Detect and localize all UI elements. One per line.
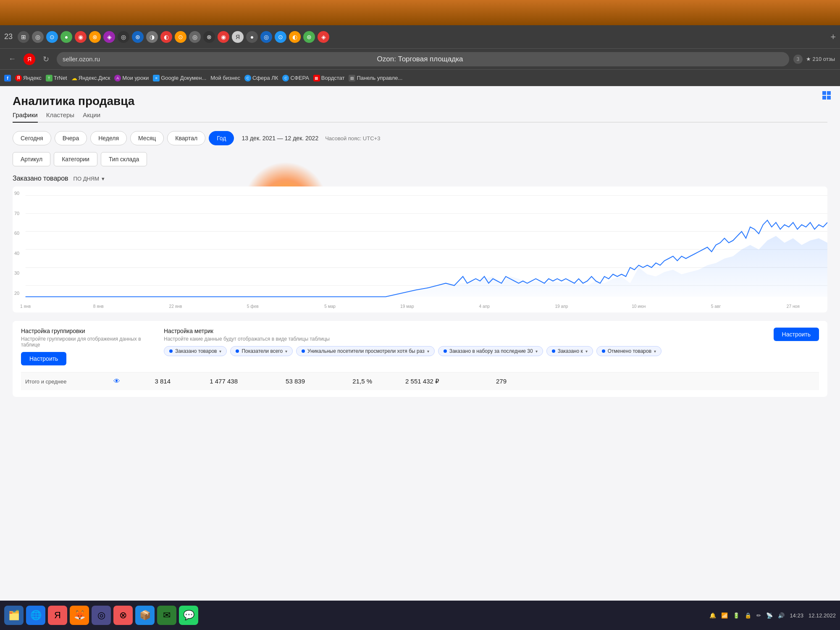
filter-quarter[interactable]: Квартал xyxy=(167,131,205,145)
bookmark-mylessons-label: Мои уроки xyxy=(122,75,149,81)
taskbar-app2[interactable]: ✉ xyxy=(157,606,176,625)
metric-chip-views[interactable]: Показатели всего ▾ xyxy=(230,346,293,356)
chip-arrow-3: ▾ xyxy=(427,349,429,354)
tab-icon-15[interactable]: ● xyxy=(246,31,258,43)
tab-icon-8[interactable]: ⊛ xyxy=(132,31,144,43)
tab-icon-13[interactable]: ⊗ xyxy=(203,31,215,43)
taskbar-yandex[interactable]: Я xyxy=(48,606,67,625)
taskbar-whatsapp[interactable]: 💬 xyxy=(179,606,198,625)
tab-clusters[interactable]: Кластеры xyxy=(46,111,75,122)
tab-icon-7[interactable]: ◎ xyxy=(118,31,129,43)
filter-categories[interactable]: Категории xyxy=(54,152,97,166)
taskbar-files[interactable]: 🗂️ xyxy=(4,606,24,625)
tab-icon-yandex[interactable]: Я xyxy=(232,31,244,43)
taskbar-firefox[interactable]: 🦊 xyxy=(70,606,89,625)
bookmark-sfera[interactable]: С СФЕРА xyxy=(282,75,309,81)
filter-year[interactable]: Год xyxy=(209,131,234,145)
period-chevron: ▾ xyxy=(102,176,105,182)
metrics-desc: Настройте какие данные будут отображатьс… xyxy=(164,336,765,342)
tab-icon-10[interactable]: ◐ xyxy=(160,31,172,43)
tab-icon-17[interactable]: ⊙ xyxy=(275,31,286,43)
reviews-text: ★ 210 отзы xyxy=(806,56,835,62)
y-label-30: 30 xyxy=(14,270,19,276)
filter-article[interactable]: Артикул xyxy=(13,152,50,166)
taskbar-security-icon: 🔒 xyxy=(745,612,751,619)
browser-wrapper: 23 ⊞ ◎ ⊙ ● ◉ ⊗ ◈ ◎ ⊛ ◑ ◐ ⊙ ◎ ⊗ ◉ Я ● ◎ ⊙… xyxy=(0,25,840,601)
tab-icon-18[interactable]: ◐ xyxy=(289,31,301,43)
summary-label: Итого и среднее xyxy=(25,378,109,385)
metric-chip-revenue[interactable]: Заказано к ▾ xyxy=(546,346,593,356)
bookmark-trnet-label: TrNet xyxy=(54,75,67,81)
refresh-button[interactable]: ↻ xyxy=(39,53,52,66)
grouping-title: Настройка группировки xyxy=(21,328,155,334)
tab-icon-16[interactable]: ◎ xyxy=(260,31,272,43)
tab-icon-2[interactable]: ⊙ xyxy=(46,31,58,43)
tab-icon-12[interactable]: ◎ xyxy=(189,31,201,43)
tab-icon-19[interactable]: ⊛ xyxy=(303,31,315,43)
bookmark-panel[interactable]: ▤ Панель управле... xyxy=(349,75,402,81)
taskbar-browser2[interactable]: ◎ xyxy=(92,606,111,625)
tab-icon-14[interactable]: ◉ xyxy=(218,31,229,43)
filter-today[interactable]: Сегодня xyxy=(13,131,51,145)
svg-text:5 мар: 5 мар xyxy=(324,304,336,309)
tab-icon-5[interactable]: ⊗ xyxy=(89,31,101,43)
metric-chip-ordered[interactable]: Заказано товаров ▾ xyxy=(164,346,227,356)
tab-icon-1[interactable]: ◎ xyxy=(32,31,44,43)
mylessons-icon: А xyxy=(114,75,121,81)
metrics-settings: Настройка метрик Настройте какие данные … xyxy=(164,328,765,356)
filter-week[interactable]: Неделя xyxy=(90,131,127,145)
tab-icon-3[interactable]: ● xyxy=(60,31,72,43)
taskbar-edit-icon: ✏ xyxy=(756,612,761,619)
camera-bar xyxy=(0,0,840,25)
bookmark-facebook[interactable]: f xyxy=(4,75,11,81)
metric-chip-cart[interactable]: Заказано в набору за последние 30 ▾ xyxy=(438,346,543,356)
tab-count: 23 xyxy=(4,32,13,41)
grouping-configure-btn[interactable]: Настроить xyxy=(21,352,66,365)
bookmark-trnet[interactable]: T TrNet xyxy=(46,75,67,81)
main-content: Аналитика продавца Графики Кластеры Акци… xyxy=(0,86,840,601)
layout-toggle-icon[interactable] xyxy=(822,90,832,102)
tab-icon-11[interactable]: ⊙ xyxy=(175,31,186,43)
tab-icon-9[interactable]: ◑ xyxy=(146,31,158,43)
grouping-settings: Настройка группировки Настройте группиро… xyxy=(21,328,155,365)
metric-chip-cancelled[interactable]: Отменено товаров ▾ xyxy=(596,346,662,356)
filter-warehouse-type[interactable]: Тип склада xyxy=(101,152,147,166)
taskbar-opera[interactable]: ⊗ xyxy=(113,606,133,625)
bookmark-spheralk[interactable]: С Сфера ЛК xyxy=(244,75,278,81)
chart-title: Заказано товаров xyxy=(13,175,68,182)
gdocs-icon: ≡ xyxy=(153,75,160,81)
svg-text:27 ноя: 27 ноя xyxy=(787,304,800,309)
bookmark-wordstat-label: Вордстат xyxy=(321,75,345,81)
bookmark-mybiz[interactable]: Мой бизнес xyxy=(210,75,240,81)
back-button[interactable]: ← xyxy=(5,53,19,65)
wordstat-icon: ▦ xyxy=(313,75,320,81)
y-axis: 90 70 60 40 30 20 xyxy=(13,186,21,300)
svg-text:10 июн: 10 июн xyxy=(632,304,646,309)
taskbar-chrome[interactable]: 🌐 xyxy=(26,606,45,625)
tab-icon-4[interactable]: ◉ xyxy=(75,31,87,43)
nav-tabs: Графики Кластеры Акции xyxy=(13,111,827,123)
tab-icon-6[interactable]: ◈ xyxy=(103,31,115,43)
tab-promotions[interactable]: Акции xyxy=(83,111,100,122)
bookmark-gdocs[interactable]: ≡ Google Докумен... xyxy=(153,75,206,81)
metric-chip-visitors[interactable]: Уникальные посетители просмотрели хотя б… xyxy=(296,346,435,356)
timezone-label: Часовой пояс: UTC+3 xyxy=(325,135,380,142)
tab-graphs[interactable]: Графики xyxy=(13,111,38,122)
chart-section: Заказано товаров ПО ДНЯМ ▾ 90 70 60 40 3… xyxy=(13,175,827,312)
summary-val-3: 53 839 xyxy=(263,378,305,385)
chart-period-selector[interactable]: ПО ДНЯМ ▾ xyxy=(74,176,105,182)
yandex-bookmark-icon: Я xyxy=(15,75,22,81)
tab-new-icon[interactable]: ⊞ xyxy=(18,31,29,43)
filter-yesterday[interactable]: Вчера xyxy=(55,131,87,145)
metrics-configure-btn[interactable]: Настроить xyxy=(774,328,819,341)
new-tab-plus[interactable]: + xyxy=(830,32,836,42)
filter-month[interactable]: Месяц xyxy=(130,131,164,145)
bookmark-yadisk[interactable]: ☁ Яндекс.Диск xyxy=(71,75,110,81)
bookmark-mylessons[interactable]: А Мои уроки xyxy=(114,75,149,81)
bookmark-wordstat[interactable]: ▦ Вордстат xyxy=(313,75,345,81)
facebook-icon: f xyxy=(4,75,11,81)
taskbar-app1[interactable]: 📦 xyxy=(135,606,155,625)
tab-icon-20[interactable]: ◈ xyxy=(318,31,329,43)
summary-eye-icon[interactable]: 👁 xyxy=(113,378,120,385)
bookmark-yandex[interactable]: Я Яндекс xyxy=(15,75,42,81)
